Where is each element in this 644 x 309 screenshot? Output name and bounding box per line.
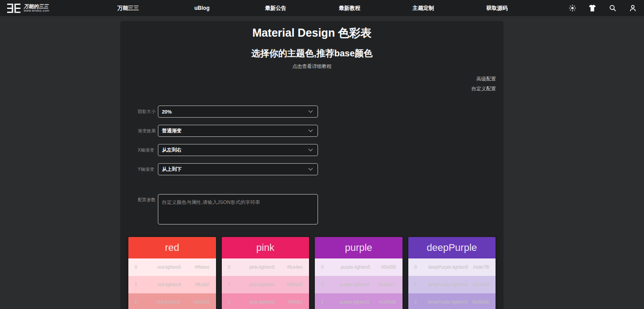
palette-header-red[interactable]: red [128,237,216,258]
row-index: 2 [321,300,330,305]
search-icon[interactable] [609,4,616,12]
config-links: 高级配置 自定义配置 [120,74,504,93]
palette-row[interactable]: 1 red-lighten4 #ffcdd2 [128,276,216,293]
row-index: 0 [228,265,237,270]
row-name: purple-lighten5 [330,265,381,270]
palette-title: red [165,242,179,254]
palette-row[interactable]: 1 deepPurple-lighten4 #d1c4e9 [408,276,496,293]
row-hex: #f3e5f5 [381,265,396,270]
row-index: 2 [228,300,237,305]
logo-subtitle: www.wndss.com [24,9,49,13]
row-index: 1 [415,282,424,287]
nav-item-home[interactable]: 万能三三 [91,0,165,16]
palette-row[interactable]: 2 pink-lighten3 #f48fb1 [222,293,309,309]
main-nav: 万能三三 uBlog 最新公告 最新教程 主题定制 获取源码 [91,0,534,16]
palette-title: deepPurple [427,242,477,254]
palette-card-deep-purple: deepPurple 0 deepPurple-lighten5 #ede7f6… [408,237,496,309]
page-title: Material Design 色彩表 [120,21,504,41]
row-index: 1 [228,282,237,287]
row-index: 0 [415,265,424,270]
x-gradient-label: X轴渐变 [138,147,158,153]
nav-item-ublog[interactable]: uBlog [165,0,239,16]
y-gradient-label: Y轴渐变 [138,166,158,173]
form-row-shadow: 阴影大小 20% [138,106,504,118]
row-index: 1 [135,282,144,287]
palette-card-purple: purple 0 purple-lighten5 #f3e5f5 1 purpl… [315,237,402,309]
palette-card-pink: pink 0 pink-lighten5 #fce4ec 1 pink-ligh… [222,237,309,309]
shirt-icon[interactable] [589,4,596,12]
row-hex: #f8bbd0 [287,282,303,287]
row-hex: #fce4ec [287,265,303,270]
config-params-textarea[interactable]: 自定义颜色与属性,请输入JSON形式的字符串 [158,194,318,224]
row-name: red-lighten4 [144,282,195,287]
top-navbar: 万能的三三 www.wndss.com 万能三三 uBlog 最新公告 最新教程… [0,0,644,16]
row-name: pink-lighten4 [237,282,287,287]
palette-row[interactable]: 0 red-lighten5 #ffebee [128,258,216,276]
palette-row[interactable]: 2 red-lighten3 #ef9a9a [128,293,216,309]
row-name: purple-lighten3 [330,300,379,305]
palette-header-pink[interactable]: pink [222,237,309,258]
row-index: 0 [321,265,330,270]
palette-row[interactable]: 1 pink-lighten4 #f8bbd0 [222,276,309,293]
palette-title: purple [345,242,372,254]
chevron-down-icon [308,148,313,152]
config-params-label: 配置参数 [138,194,158,203]
row-hex: #e1bee7 [379,282,396,287]
logo-title: 万能的三三 [24,4,49,9]
palette-grid: red 0 red-lighten5 #ffebee 1 red-lighten… [120,237,504,309]
nav-item-theme-custom[interactable]: 主题定制 [386,0,460,16]
row-name: pink-lighten5 [237,265,287,270]
form-row-x-gradient: X轴渐变 从左到右 [138,144,504,156]
chevron-down-icon [308,168,313,171]
y-gradient-select[interactable]: 从上到下 [158,163,318,175]
row-index: 1 [321,282,330,287]
custom-config-link[interactable]: 自定义配置 [120,84,496,93]
row-name: purple-lighten4 [330,282,379,287]
palette-title: pink [256,242,274,254]
row-index: 0 [135,265,144,270]
row-name: deepPurple-lighten5 [424,265,473,270]
form-row-y-gradient: Y轴渐变 从上到下 [138,163,504,175]
gradient-effect-select[interactable]: 普通渐变 [158,125,318,137]
row-index: 2 [135,300,144,305]
page-subtitle: 选择你的主题色,推荐base颜色 [120,47,504,60]
palette-row[interactable]: 0 purple-lighten5 #f3e5f5 [315,258,402,276]
row-hex: #ede7f6 [473,265,489,270]
palette-row[interactable]: 0 pink-lighten5 #fce4ec [222,258,309,276]
shadow-size-label: 阴影大小 [138,109,158,115]
tutorial-link[interactable]: 点击查看详细教程 [120,62,504,70]
palette-row[interactable]: 0 deepPurple-lighten5 #ede7f6 [408,258,496,276]
site-logo[interactable]: 万能的三三 www.wndss.com [7,4,49,13]
nav-item-source-code[interactable]: 获取源码 [460,0,534,16]
row-hex: #f48fb1 [288,300,303,305]
nav-item-tutorials[interactable]: 最新教程 [313,0,386,16]
shadow-size-value: 20% [162,109,172,114]
row-hex: #b39ddb [472,300,489,305]
palette-row[interactable]: 1 purple-lighten4 #e1bee7 [315,276,402,293]
gradient-effect-label: 渐变效果 [138,128,158,134]
row-name: red-lighten5 [144,265,195,270]
gradient-effect-value: 普通渐变 [162,127,182,134]
palette-header-purple[interactable]: purple [315,237,402,258]
form-row-gradient: 渐变效果 普通渐变 [138,125,504,137]
palette-row[interactable]: 2 purple-lighten3 #ce93d8 [315,293,402,309]
palette-card-red: red 0 red-lighten5 #ffebee 1 red-lighten… [128,237,216,309]
shadow-size-select[interactable]: 20% [158,106,318,118]
advanced-config-link[interactable]: 高级配置 [120,74,496,84]
form-row-params: 配置参数 自定义颜色与属性,请输入JSON形式的字符串 [138,194,504,224]
chevron-down-icon [308,110,313,113]
palette-row[interactable]: 2 deepPurple-lighten3 #b39ddb [408,293,496,309]
nav-item-announcements[interactable]: 最新公告 [239,0,313,16]
row-hex: #ffebee [195,265,209,270]
main-panel: Material Design 色彩表 选择你的主题色,推荐base颜色 点击查… [120,21,504,309]
row-name: red-lighten3 [144,300,193,305]
row-hex: #ef9a9a [193,300,209,305]
y-gradient-value: 从上到下 [162,166,182,173]
logo-icon [7,4,21,13]
x-gradient-select[interactable]: 从左到右 [158,144,318,156]
brightness-icon[interactable] [568,4,576,12]
user-icon[interactable] [629,4,636,12]
config-form: 阴影大小 20% 渐变效果 普通渐变 X轴渐变 从左到右 Y轴渐变 从上到下 [120,106,504,224]
palette-header-deep-purple[interactable]: deepPurple [408,237,496,258]
x-gradient-value: 从左到右 [162,147,182,153]
